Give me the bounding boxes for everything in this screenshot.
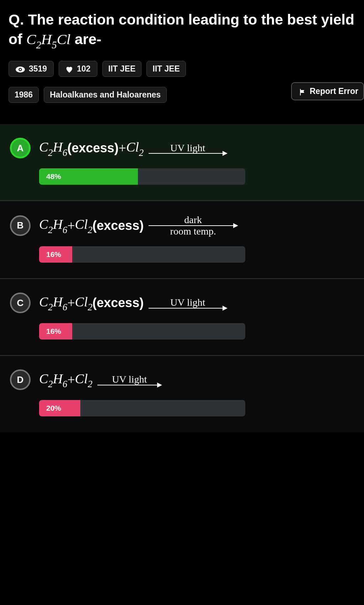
option-b[interactable]: B C2H6 + Cl2 (excess) dark room temp. 16… <box>0 200 364 278</box>
reaction-arrow: UV light <box>149 143 227 154</box>
option-letter-b: B <box>10 215 31 236</box>
progress-fill-d: 20% <box>39 400 80 416</box>
excess-label: (excess) <box>67 141 118 156</box>
option-c[interactable]: C C2H6 + Cl2 (excess) UV light 16% <box>0 278 364 355</box>
report-error-label: Report Error <box>310 86 358 96</box>
option-a[interactable]: A C2H6 (excess) + Cl2 UV light 48% <box>0 124 364 200</box>
options-section: A C2H6 (excess) + Cl2 UV light 48% B <box>0 124 364 432</box>
option-content-a: C2H6 (excess) + Cl2 UV light <box>39 139 227 157</box>
progress-fill-a: 48% <box>39 168 138 185</box>
option-d[interactable]: D C2H6 + Cl2 UV light 20% <box>0 355 364 432</box>
question-formula: C2H5Cl <box>26 31 70 47</box>
likes-count: 102 <box>77 64 90 74</box>
question-text-after: are- <box>71 31 102 47</box>
eye-icon <box>15 65 25 73</box>
report-error-button[interactable]: Report Error <box>291 82 364 100</box>
reaction-arrow: UV light <box>149 297 227 308</box>
reaction-arrow: UV light <box>97 374 161 385</box>
exam-chip-1[interactable]: IIT JEE <box>102 61 142 77</box>
likes-chip[interactable]: 102 <box>59 61 97 77</box>
progress-bar-b: 16% <box>39 246 245 263</box>
progress-bar-d: 20% <box>39 400 245 416</box>
flag-icon <box>299 88 306 95</box>
year-chip[interactable]: 1986 <box>9 87 39 103</box>
option-letter-d: D <box>10 369 31 390</box>
question-prefix: Q. <box>9 11 28 28</box>
svg-point-2 <box>20 69 21 70</box>
option-content-b: C2H6 + Cl2 (excess) dark room temp. <box>39 215 237 236</box>
progress-bar-a: 48% <box>39 168 245 185</box>
reactant-1: C2H6 <box>39 139 67 157</box>
plus-sign: + <box>119 140 126 156</box>
option-letter-a: A <box>10 138 31 158</box>
topic-chip[interactable]: Haloalkanes and Haloarenes <box>44 87 167 103</box>
tags-row: 3519 102 IIT JEE IIT JEE 1986 Haloalkane… <box>9 61 355 103</box>
progress-fill-b: 16% <box>39 246 72 263</box>
exam-chip-2[interactable]: IIT JEE <box>146 61 186 77</box>
option-content-c: C2H6 + Cl2 (excess) UV light <box>39 294 227 312</box>
views-chip[interactable]: 3519 <box>9 61 54 77</box>
question-title: Q. The reaction condition leading to the… <box>9 10 355 51</box>
reaction-arrow: dark room temp. <box>149 215 237 236</box>
option-content-d: C2H6 + Cl2 UV light <box>39 371 161 389</box>
views-count: 3519 <box>29 64 47 74</box>
progress-bar-c: 16% <box>39 323 245 340</box>
progress-fill-c: 16% <box>39 323 72 340</box>
reactant-2: Cl2 <box>126 139 144 157</box>
heart-icon <box>65 65 73 73</box>
option-letter-c: C <box>10 293 31 313</box>
